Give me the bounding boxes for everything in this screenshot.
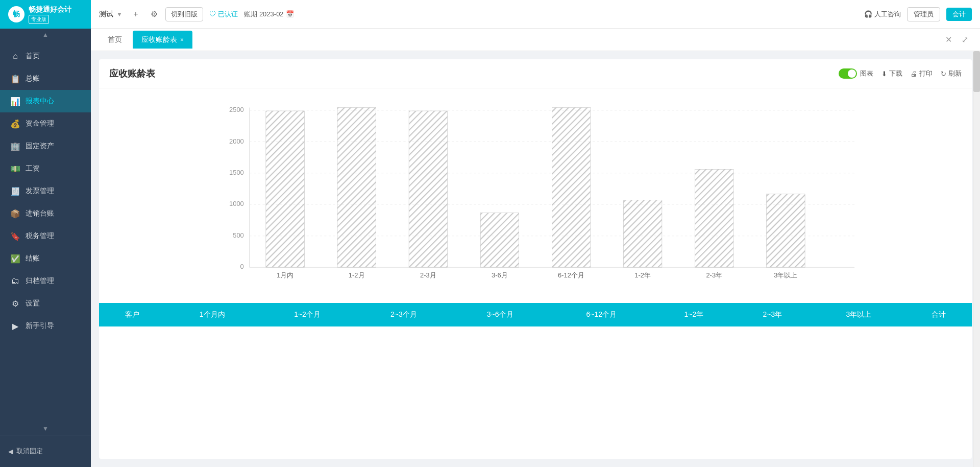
table-header: 客户 1个月内 1~2个月 2~3个月 3~6个月 6~12个月 1~2年 2~… — [99, 303, 972, 326]
tab-receivable-label: 应收账龄表 — [141, 35, 177, 44]
tab-receivable-aging[interactable]: 应收账龄表 × — [133, 31, 192, 49]
accountant-button[interactable]: 会计 — [946, 8, 972, 21]
svg-text:1月内: 1月内 — [277, 271, 293, 279]
refresh-icon: ↻ — [941, 70, 946, 78]
bar-1-2年 — [623, 200, 662, 267]
download-button[interactable]: ⬇ 下载 — [881, 69, 902, 78]
svg-text:2-3年: 2-3年 — [706, 271, 722, 279]
report-title: 应收账龄表 — [109, 67, 839, 80]
tax-icon: 🔖 — [10, 231, 20, 241]
sidebar-item-funds[interactable]: 💰 资金管理 — [0, 112, 91, 135]
chart-toggle-label: 图表 — [860, 69, 873, 78]
sidebar-item-label-reports: 报表中心 — [26, 97, 54, 106]
sidebar-item-label-ledger: 总账 — [26, 74, 40, 83]
sidebar-scroll-down[interactable]: ▼ — [0, 423, 91, 435]
sidebar-item-label-purchase-sale: 进销台账 — [26, 209, 54, 218]
cancel-fixed-icon: ◀ — [8, 448, 13, 455]
sidebar-item-settings[interactable]: ⚙ 设置 — [0, 292, 91, 315]
checkout-icon: ✅ — [10, 253, 20, 264]
page-area: 应收账龄表 图表 ⬇ 下载 🖨 打印 ↻ — [91, 51, 980, 467]
svg-text:2-3月: 2-3月 — [420, 271, 436, 279]
sidebar-scroll-up[interactable]: ▲ — [0, 29, 91, 41]
svg-text:500: 500 — [233, 231, 244, 239]
plus-icon: + — [133, 10, 138, 19]
right-scrollbar[interactable] — [973, 51, 980, 467]
table-header-row: 客户 1个月内 1~2个月 2~3个月 3~6个月 6~12个月 1~2年 2~… — [99, 303, 972, 326]
col-3plus-year: 3年以上 — [812, 303, 905, 326]
bar-1月内 — [266, 111, 304, 267]
report-table: 客户 1个月内 1~2个月 2~3个月 3~6个月 6~12个月 1~2年 2~… — [99, 303, 972, 326]
certified-badge: 🛡 已认证 — [209, 10, 238, 19]
svg-text:0: 0 — [240, 263, 244, 270]
tab-close-window-button[interactable]: ✕ — [941, 33, 955, 47]
tab-home[interactable]: 首页 — [99, 31, 131, 49]
sidebar-item-assets[interactable]: 🏢 固定资产 — [0, 135, 91, 157]
project-name: 测试 — [99, 10, 113, 19]
col-1month: 1个月内 — [165, 303, 259, 326]
app-name: 畅捷通好会计 — [29, 5, 71, 14]
add-button[interactable]: + — [129, 7, 143, 21]
sidebar-bottom: ◀ 取消固定 — [0, 435, 91, 467]
topbar-actions: + ⚙ 切到旧版 — [129, 7, 203, 21]
sidebar-item-salary[interactable]: 💵 工资 — [0, 157, 91, 180]
sidebar-item-label-home: 首页 — [26, 52, 40, 61]
salary-icon: 💵 — [10, 164, 20, 174]
purchase-sale-icon: 📦 — [10, 208, 20, 219]
settings-button[interactable]: ⚙ — [147, 7, 161, 21]
calendar-icon[interactable]: 📅 — [286, 10, 294, 18]
sidebar-item-label-salary: 工资 — [26, 164, 40, 173]
tab-home-label: 首页 — [108, 35, 122, 44]
archive-icon: 🗂 — [10, 276, 20, 286]
sidebar-item-label-invoice: 发票管理 — [26, 186, 54, 196]
sidebar-item-label-assets: 固定资产 — [26, 142, 54, 151]
sidebar-item-label-settings: 设置 — [26, 299, 40, 308]
sidebar-item-purchase-sale[interactable]: 📦 进销台账 — [0, 202, 91, 225]
tab-close-icon[interactable]: × — [180, 36, 184, 43]
download-icon: ⬇ — [881, 70, 887, 78]
period-info: 账期 2023-02 📅 — [244, 10, 294, 19]
svg-text:1000: 1000 — [229, 200, 244, 207]
bar-2-3年 — [695, 169, 733, 267]
sidebar-item-label-archive: 归档管理 — [26, 276, 54, 286]
shield-icon: 🛡 — [209, 10, 216, 18]
assets-icon: 🏢 — [10, 141, 20, 151]
tab-resize-button[interactable]: ⤢ — [958, 33, 972, 47]
bar-3年以上 — [767, 194, 805, 267]
project-chevron-icon[interactable]: ▼ — [116, 11, 122, 18]
app-logo-icon: 畅 — [8, 6, 24, 22]
bar-2-3月 — [409, 111, 447, 267]
tab-bar: 首页 应收账龄表 × ✕ ⤢ — [91, 29, 980, 51]
refresh-button[interactable]: ↻ 刷新 — [941, 69, 962, 78]
print-icon: 🖨 — [911, 70, 917, 78]
gear-icon: ⚙ — [151, 9, 158, 19]
sidebar: 畅 畅捷通好会计 专业版 ▲ ⌂ 首页 📋 总账 📊 报表中心 💰 资金管理 🏢… — [0, 0, 91, 467]
col-6-12month: 6~12个月 — [548, 303, 654, 326]
chart-toggle-switch[interactable] — [839, 68, 857, 79]
svg-text:3年以上: 3年以上 — [774, 271, 797, 279]
sidebar-item-label-funds: 资金管理 — [26, 119, 54, 128]
chart-toggle: 图表 — [839, 68, 873, 79]
svg-text:1500: 1500 — [229, 169, 244, 176]
print-button[interactable]: 🖨 打印 — [911, 69, 933, 78]
sidebar-item-ledger[interactable]: 📋 总账 — [0, 67, 91, 90]
sidebar-item-archive[interactable]: 🗂 归档管理 — [0, 270, 91, 292]
sidebar-item-invoice[interactable]: 🧾 发票管理 — [0, 180, 91, 202]
bar-1-2月 — [337, 108, 376, 268]
col-customer: 客户 — [99, 303, 165, 326]
sidebar-item-checkout[interactable]: ✅ 结账 — [0, 247, 91, 270]
tab-actions: ✕ ⤢ — [941, 33, 972, 47]
sidebar-item-reports[interactable]: 📊 报表中心 — [0, 90, 91, 112]
cancel-fixed-button[interactable]: ◀ 取消固定 — [0, 441, 91, 461]
manager-button[interactable]: 管理员 — [907, 7, 940, 21]
main-content: 首页 应收账龄表 × ✕ ⤢ 应收账龄表 图表 ⬇ — [91, 29, 980, 467]
sidebar-item-tax[interactable]: 🔖 税务管理 — [0, 225, 91, 247]
sidebar-logo: 畅 畅捷通好会计 专业版 — [0, 0, 91, 29]
sidebar-item-home[interactable]: ⌂ 首页 — [0, 45, 91, 67]
sidebar-item-label-checkout: 结账 — [26, 254, 40, 263]
customer-service-button[interactable]: 🎧 人工咨询 — [864, 10, 901, 19]
sidebar-item-guide[interactable]: ▶ 新手引导 — [0, 315, 91, 337]
svg-text:1-2月: 1-2月 — [349, 271, 365, 279]
svg-text:1-2年: 1-2年 — [634, 271, 651, 279]
old-version-button[interactable]: 切到旧版 — [165, 7, 203, 21]
scrollbar-thumb[interactable] — [973, 51, 980, 92]
